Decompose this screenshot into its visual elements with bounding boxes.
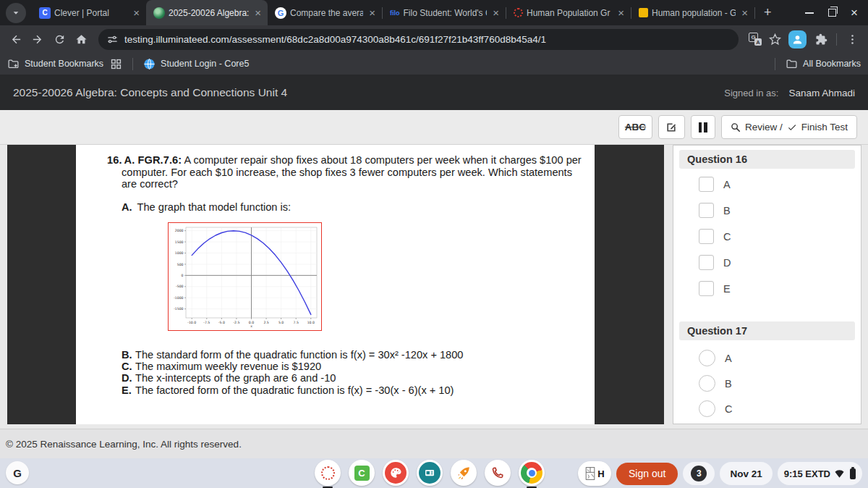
pause-button[interactable]: [691, 115, 715, 139]
svg-text:5.0: 5.0: [278, 320, 284, 324]
svg-text:-2.5: -2.5: [233, 320, 239, 324]
browser-toolbar: testing.illuminateed.com/assessment/68dc…: [0, 25, 868, 53]
finish-label: Finish Test: [801, 122, 848, 132]
tab-close-icon[interactable]: ×: [367, 7, 378, 18]
person-icon: [791, 33, 804, 46]
tab-close-icon[interactable]: ×: [490, 7, 501, 18]
search-icon: [731, 122, 741, 132]
review-finish-test-button[interactable]: Review / Finish Test: [721, 115, 857, 139]
signed-in-label: Signed in as:: [724, 88, 778, 98]
q17-option-c: C: [699, 400, 861, 417]
id-card-app-icon[interactable]: [417, 460, 443, 486]
apps-grid-icon[interactable]: [110, 58, 122, 70]
statement-label: C.: [122, 361, 135, 372]
tab-close-icon[interactable]: ×: [252, 7, 263, 18]
shelf-app-icons: C: [315, 460, 545, 486]
window-close-icon[interactable]: ×: [851, 7, 858, 19]
site-footer: © 2025 Renaissance Learning, Inc. All ri…: [0, 429, 868, 458]
back-button[interactable]: [6, 29, 26, 49]
status-tray[interactable]: 9:15 EXTD: [778, 462, 862, 485]
date-pill[interactable]: Nov 21: [720, 462, 772, 485]
statement-text: The x-intercepts of the graph are 6 and …: [135, 372, 336, 384]
forward-button[interactable]: [27, 29, 48, 49]
tab-title: Human Population Gr: [527, 8, 612, 18]
divider: [775, 58, 775, 70]
tab-title: Clever | Portal: [54, 8, 127, 18]
palette-icon: [389, 466, 402, 479]
statement-label: E.: [122, 384, 135, 396]
annotate-button[interactable]: [658, 115, 685, 139]
radio-a[interactable]: [699, 350, 715, 366]
extensions-icon[interactable]: [811, 29, 831, 49]
svg-text:1000: 1000: [175, 251, 184, 255]
launcher-button[interactable]: G: [6, 461, 29, 484]
canvas-app-icon[interactable]: [315, 460, 341, 486]
tab-separator: [754, 7, 755, 19]
q16-option-a: A: [699, 176, 861, 193]
bookmark-student-bookmarks[interactable]: Student Bookmarks: [7, 58, 103, 70]
pause-icon: [704, 122, 707, 132]
clever-app-icon[interactable]: C: [349, 460, 375, 486]
minimize-icon[interactable]: [805, 12, 814, 14]
tab-search-button[interactable]: [6, 3, 26, 23]
site-settings-icon[interactable]: [107, 34, 118, 45]
folder-icon: [786, 58, 798, 70]
art-app-icon[interactable]: [383, 460, 409, 486]
tab-compare-average[interactable]: G Compare the average ×: [268, 0, 382, 25]
tab-title: 2025-20026 Algebra: C: [169, 8, 249, 18]
tab-human-population-graph[interactable]: Human Population Gr ×: [506, 0, 631, 25]
globe-icon: [143, 58, 156, 70]
all-bookmarks-button[interactable]: All Bookmarks: [786, 58, 861, 70]
question-text: 16. A. FGR.7.6: A computer repair shop f…: [107, 154, 590, 190]
tab-close-icon[interactable]: ×: [131, 7, 142, 18]
svg-text:0: 0: [182, 274, 184, 277]
phone-app-icon[interactable]: [485, 460, 511, 486]
notification-count-badge: 3: [691, 466, 707, 481]
tab-human-population-doc[interactable]: Human population - G ×: [631, 0, 754, 25]
chevron-down-icon: [10, 7, 22, 19]
question-number: 16.: [107, 154, 122, 166]
checkbox-c[interactable]: [699, 229, 714, 244]
checkbox-a[interactable]: [699, 177, 714, 192]
address-bar[interactable]: testing.illuminateed.com/assessment/68dc…: [98, 29, 739, 50]
statement-text: The graph that model function is:: [137, 201, 292, 213]
rocket-icon: [456, 465, 472, 481]
notification-pill[interactable]: 3: [683, 462, 715, 485]
tab-close-icon[interactable]: ×: [739, 7, 750, 18]
checkbox-e[interactable]: [699, 281, 714, 296]
tab-filo-student[interactable]: filo Filo Student: World's C ×: [383, 0, 506, 25]
sign-out-button[interactable]: Sign out: [616, 463, 678, 485]
tab-algebra-active[interactable]: 2025-20026 Algebra: C ×: [146, 0, 268, 25]
translate-icon[interactable]: GA: [749, 33, 762, 46]
checkbox-b[interactable]: [699, 203, 714, 218]
illuminate-favicon: [153, 7, 165, 19]
tab-clever-portal[interactable]: C Clever | Portal ×: [32, 0, 146, 25]
divider: [836, 33, 837, 46]
sketch-app-icon[interactable]: H: [578, 461, 611, 486]
radio-c[interactable]: [699, 400, 715, 417]
browser-menu-icon[interactable]: [842, 29, 862, 49]
restore-icon[interactable]: [828, 9, 836, 17]
phone-icon: [490, 466, 505, 480]
new-tab-button[interactable]: +: [764, 5, 772, 20]
svg-text:-10.0: -10.0: [187, 320, 196, 324]
bookmark-star-icon[interactable]: [769, 33, 781, 46]
spellcheck-off-button[interactable]: ABC: [618, 115, 652, 139]
rocket-app-icon[interactable]: [451, 460, 477, 486]
bookmark-student-login[interactable]: Student Login - Core5: [143, 58, 249, 70]
tab-close-icon[interactable]: ×: [616, 7, 626, 18]
radio-b[interactable]: [699, 375, 715, 392]
home-button[interactable]: [71, 29, 91, 49]
tab-title: Filo Student: World's C: [404, 8, 488, 18]
checkbox-d[interactable]: [699, 255, 714, 270]
chrome-app-icon[interactable]: [519, 460, 545, 486]
svg-text:0.0: 0.0: [249, 320, 254, 324]
reload-button[interactable]: [49, 29, 69, 49]
edit-icon: [665, 122, 677, 133]
profile-avatar[interactable]: [788, 30, 807, 49]
svg-text:-500: -500: [176, 285, 184, 288]
q16-option-d: D: [699, 254, 861, 271]
red-dotted-circle-favicon: [514, 8, 523, 17]
statement-b: B.The standard form of the quadratic fun…: [122, 349, 573, 361]
question-prompt: A computer repair shop fixes about 18 co…: [122, 154, 582, 190]
